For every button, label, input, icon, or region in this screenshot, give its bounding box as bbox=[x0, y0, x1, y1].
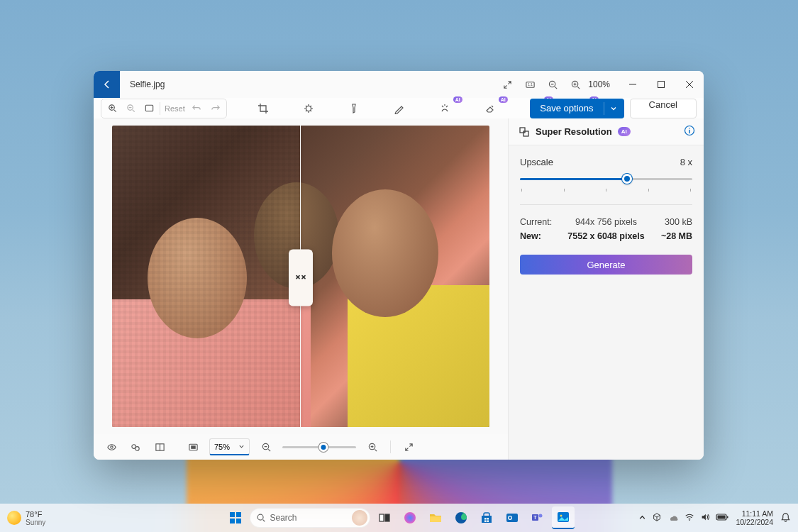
split-view-icon[interactable] bbox=[150, 438, 169, 456]
aspect-ratio-icon[interactable]: 1:1 bbox=[519, 71, 541, 98]
svg-rect-29 bbox=[379, 514, 384, 521]
eye-icon[interactable] bbox=[102, 438, 121, 456]
cancel-button[interactable]: Cancel bbox=[630, 99, 697, 118]
svg-point-44 bbox=[560, 515, 562, 517]
battery-icon[interactable] bbox=[716, 513, 728, 523]
titlebar-zoom-level: 100% bbox=[588, 79, 610, 89]
ai-badge: AI bbox=[618, 127, 631, 136]
upscale-slider[interactable] bbox=[520, 172, 692, 186]
outlook-icon[interactable] bbox=[501, 506, 523, 529]
zoom-in-bottom[interactable] bbox=[363, 438, 382, 456]
photos-app-icon[interactable] bbox=[552, 506, 575, 529]
generate-button[interactable]: Generate bbox=[520, 255, 692, 275]
svg-point-31 bbox=[404, 512, 416, 523]
svg-rect-48 bbox=[718, 516, 726, 519]
svg-rect-36 bbox=[487, 521, 489, 523]
expand-icon[interactable] bbox=[496, 71, 519, 98]
task-view-icon[interactable] bbox=[373, 506, 396, 529]
taskbar-search[interactable]: Search bbox=[250, 508, 370, 528]
time: 11:11 AM bbox=[736, 509, 773, 518]
new-label: New: bbox=[520, 231, 559, 241]
start-button[interactable] bbox=[224, 506, 247, 529]
bottom-bar: 75% bbox=[94, 434, 508, 460]
zoom-out-bottom[interactable] bbox=[257, 438, 275, 456]
notifications-icon[interactable] bbox=[780, 512, 791, 524]
adjust-tool[interactable] bbox=[297, 99, 321, 118]
reset-button[interactable]: Reset bbox=[162, 104, 188, 113]
copilot-icon[interactable] bbox=[399, 506, 421, 529]
filter-tool[interactable] bbox=[342, 99, 366, 118]
svg-rect-47 bbox=[727, 516, 728, 519]
upscale-value: 8 x bbox=[680, 157, 692, 167]
volume-icon[interactable] bbox=[700, 512, 710, 523]
upscale-label: Upscale bbox=[520, 157, 553, 167]
save-options-button[interactable]: Save options bbox=[530, 99, 624, 118]
titlebar: Selfie.jpg 1:1 100% bbox=[94, 71, 704, 98]
sun-icon bbox=[7, 511, 21, 525]
svg-text:1:1: 1:1 bbox=[528, 83, 533, 87]
store-icon[interactable] bbox=[475, 506, 498, 529]
back-button[interactable] bbox=[94, 71, 120, 98]
search-icon bbox=[256, 513, 266, 523]
current-label: Current: bbox=[520, 217, 559, 227]
svg-rect-22 bbox=[523, 131, 528, 136]
fit-tool[interactable] bbox=[140, 99, 158, 118]
zoom-slider[interactable] bbox=[282, 446, 356, 448]
svg-rect-33 bbox=[484, 518, 487, 520]
info-icon[interactable] bbox=[684, 125, 695, 139]
zoom-out-tool[interactable] bbox=[121, 99, 140, 118]
super-resolution-icon bbox=[519, 126, 530, 138]
svg-point-8 bbox=[306, 106, 311, 111]
svg-rect-18 bbox=[191, 445, 196, 449]
new-dimensions: 7552 x 6048 pixels bbox=[567, 231, 644, 241]
compare-icon[interactable] bbox=[126, 438, 145, 456]
svg-rect-21 bbox=[520, 128, 525, 133]
crop-tool[interactable] bbox=[251, 99, 275, 118]
current-dimensions: 944x 756 pixels bbox=[575, 217, 637, 227]
minimize-button[interactable] bbox=[619, 71, 647, 98]
clock[interactable]: 11:11 AM 10/22/2024 bbox=[736, 509, 773, 526]
file-title: Selfie.jpg bbox=[130, 79, 165, 89]
svg-point-42 bbox=[538, 514, 542, 518]
wifi-icon[interactable] bbox=[685, 512, 694, 523]
onedrive-icon[interactable] bbox=[667, 511, 679, 524]
svg-point-28 bbox=[257, 514, 263, 520]
erase-tool[interactable]: AI bbox=[478, 99, 502, 118]
svg-point-13 bbox=[110, 445, 112, 448]
teams-icon[interactable]: T bbox=[526, 506, 549, 529]
zoom-in-icon[interactable] bbox=[564, 71, 587, 98]
edge-icon[interactable] bbox=[450, 506, 472, 529]
zoom-select[interactable]: 75% bbox=[209, 438, 250, 455]
image-area: 75% bbox=[94, 118, 508, 460]
weather-condition: Sunny bbox=[26, 519, 45, 526]
zoom-out-icon[interactable] bbox=[541, 71, 564, 98]
photos-app-window: Selfie.jpg 1:1 100% Reset bbox=[94, 71, 704, 460]
svg-point-39 bbox=[509, 516, 511, 519]
svg-rect-27 bbox=[236, 519, 241, 523]
svg-point-45 bbox=[689, 520, 690, 521]
close-button[interactable] bbox=[675, 71, 704, 98]
svg-rect-7 bbox=[145, 105, 153, 111]
svg-rect-25 bbox=[236, 512, 241, 517]
markup-tool[interactable] bbox=[387, 99, 411, 118]
chevron-up-icon[interactable] bbox=[638, 514, 646, 523]
redo-button[interactable] bbox=[206, 99, 225, 118]
undo-button[interactable] bbox=[188, 99, 206, 118]
zoom-in-tool[interactable] bbox=[103, 99, 121, 118]
retouch-tool[interactable]: AI bbox=[433, 99, 457, 118]
explorer-icon[interactable] bbox=[424, 506, 447, 529]
svg-rect-35 bbox=[484, 521, 487, 523]
chevron-down-icon[interactable] bbox=[604, 102, 617, 115]
weather-widget[interactable]: 78°F Sunny bbox=[7, 510, 45, 526]
svg-rect-26 bbox=[230, 519, 235, 523]
cube-icon[interactable] bbox=[652, 512, 662, 523]
new-size: ~28 MB bbox=[653, 231, 692, 241]
maximize-button[interactable] bbox=[647, 71, 675, 98]
fit-screen-icon[interactable] bbox=[184, 438, 202, 456]
svg-rect-34 bbox=[487, 518, 489, 520]
search-highlight bbox=[352, 510, 367, 526]
fullscreen-icon[interactable] bbox=[399, 438, 418, 456]
svg-rect-4 bbox=[658, 82, 665, 88]
svg-point-15 bbox=[135, 446, 139, 450]
compare-handle[interactable] bbox=[289, 249, 313, 306]
